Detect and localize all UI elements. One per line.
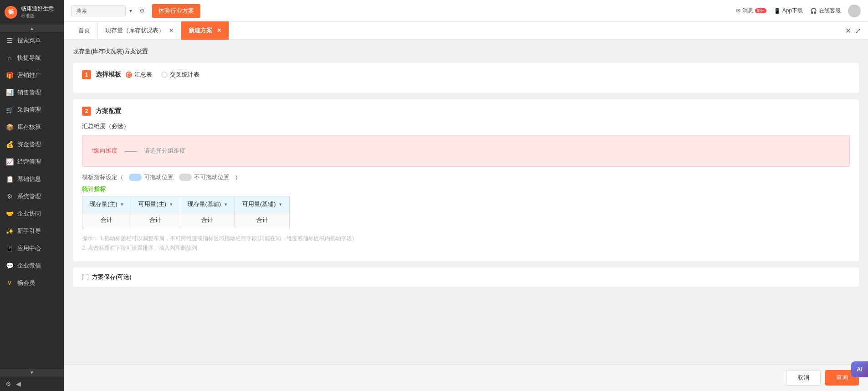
tab-home[interactable]: 首页 xyxy=(71,21,98,40)
stats-col-header-3[interactable]: 可用量(基辅) ▾ xyxy=(235,196,289,212)
online-service-button[interactable]: 🎧 在线客服 xyxy=(810,7,841,15)
radio-summary-table[interactable]: 汇总表 xyxy=(126,71,152,79)
dimension-area[interactable]: *纵向维度 —— 请选择分组维度 xyxy=(82,135,850,167)
radio-cross-table[interactable]: 交叉统计表 xyxy=(161,71,199,79)
topbar-left: ▾ ⚙ 体验行业方案 xyxy=(71,4,731,18)
save-checkbox[interactable] xyxy=(82,274,88,280)
section1-title: 选择模板 xyxy=(96,71,121,79)
tab-inventory-status[interactable]: 现存量（库存状况表） ✕ xyxy=(98,21,181,40)
topbar-dropdown-button[interactable]: ▾ xyxy=(129,8,132,14)
sidebar-scroll-up[interactable]: ▲ xyxy=(0,25,64,32)
headset-icon: 🎧 xyxy=(810,8,817,14)
stats-label: 统计指标 xyxy=(82,185,850,193)
section2-header: 2 方案配置 xyxy=(82,107,850,116)
tab-new-scheme-label: 新建方案 xyxy=(189,26,212,35)
non-draggable-box xyxy=(179,174,192,181)
bottom-bar: 取消 查询 xyxy=(64,364,868,391)
tab-home-label: 首页 xyxy=(78,26,90,35)
tabs-right-controls: ✕ ⤢ xyxy=(845,26,861,35)
tab-inventory-status-close[interactable]: ✕ xyxy=(169,27,174,34)
content-area: 现存量(库存状况表)方案设置 1 选择模板 汇总表 交叉统计表 xyxy=(64,40,868,364)
sidebar-item-cooperation[interactable]: 🤝 企业协同 xyxy=(0,205,64,222)
sidebar-item-quick-nav[interactable]: ⌂ 快捷导航 xyxy=(0,49,64,67)
sidebar-item-label: 企业微信 xyxy=(17,262,41,270)
stats-cell-1: 合计 xyxy=(131,212,180,228)
user-avatar[interactable] xyxy=(848,5,861,17)
col-dropdown-3[interactable]: ▾ xyxy=(279,201,282,207)
indicator-draggable: 可拖动位置 xyxy=(129,173,174,181)
draggable-box xyxy=(129,174,142,181)
topbar-right: ✉ 消息 99+ 📱 App下载 🎧 在线客服 xyxy=(736,5,861,17)
sidebar-item-inventory[interactable]: 📦 库存核算 xyxy=(0,118,64,136)
finance-icon: 💰 xyxy=(5,140,14,149)
radio-summary-dot xyxy=(126,72,132,78)
tab-new-scheme[interactable]: 新建方案 ✕ xyxy=(181,21,229,40)
sidebar-item-marketing[interactable]: 🎁 营销推广 xyxy=(0,67,64,84)
settings-footer-icon[interactable]: ⚙ xyxy=(5,380,11,387)
tips-area: 提示： 1.拖动标题栏可以调整布局，不可跨维度或指标区域拖动栏目字段(只能在同一… xyxy=(82,235,850,252)
new-guide-icon: ✨ xyxy=(5,227,14,235)
section1-num: 1 xyxy=(82,70,91,79)
col-name-3: 可用量(基辅) xyxy=(242,201,276,207)
sidebar-item-label: 企业协同 xyxy=(17,210,41,218)
dimension-placeholder: 请选择分组维度 xyxy=(144,147,185,155)
marketing-icon: 🎁 xyxy=(5,71,14,79)
template-indicator: 模板指标设定（ 可拖动位置 不可拖动位置 ） xyxy=(82,173,850,181)
cancel-button[interactable]: 取消 xyxy=(786,370,821,386)
sidebar-item-app-center[interactable]: 📱 应用中心 xyxy=(0,240,64,257)
ai-float-button[interactable]: Ai xyxy=(851,361,868,377)
sidebar-scroll-down[interactable]: ▼ xyxy=(0,369,64,376)
col-dropdown-0[interactable]: ▾ xyxy=(121,201,123,207)
app-logo-text: 畅康通好生意 标准版 xyxy=(21,5,54,19)
radio-cross-label: 交叉统计表 xyxy=(170,71,199,79)
sidebar-item-search-menu[interactable]: ☰ 搜索菜单 xyxy=(0,32,64,49)
sidebar-logo: 畅 畅康通好生意 标准版 xyxy=(0,0,64,25)
app-download-button[interactable]: 📱 App下载 xyxy=(774,7,803,15)
app-download-icon: 📱 xyxy=(774,8,781,14)
basic-info-icon: 📋 xyxy=(5,175,14,183)
sidebar-item-member[interactable]: V 畅会员 xyxy=(0,274,64,292)
quick-nav-icon: ⌂ xyxy=(5,54,14,62)
sidebar-item-label: 系统管理 xyxy=(17,192,41,201)
sidebar-item-label: 基础信息 xyxy=(17,175,41,183)
stats-table-data-row: 合计 合计 合计 合计 xyxy=(82,212,290,228)
message-button[interactable]: ✉ 消息 99+ xyxy=(736,7,766,15)
dimension-field-label: 汇总维度（必选） xyxy=(82,122,850,130)
trial-industry-button[interactable]: 体验行业方案 xyxy=(152,4,200,18)
tabs-bar: 首页 现存量（库存状况表） ✕ 新建方案 ✕ ✕ ⤢ xyxy=(64,22,868,40)
sidebar-item-basic-info[interactable]: 📋 基础信息 xyxy=(0,170,64,188)
topbar-search-input[interactable] xyxy=(71,5,126,16)
sidebar-item-sales[interactable]: 📊 销售管理 xyxy=(0,84,64,101)
tab-new-scheme-close[interactable]: ✕ xyxy=(217,27,221,34)
sidebar-item-wechat[interactable]: 💬 企业微信 xyxy=(0,257,64,274)
sidebar-item-system[interactable]: ⚙ 系统管理 xyxy=(0,188,64,205)
stats-col-header-2[interactable]: 现存量(基辅) ▾ xyxy=(180,196,235,212)
sidebar-item-label: 快捷导航 xyxy=(17,54,41,62)
stats-col-header-1[interactable]: 可用量(主) ▾ xyxy=(131,196,180,212)
sidebar-item-label: 应用中心 xyxy=(17,244,41,252)
sidebar-item-operations[interactable]: 📈 经营管理 xyxy=(0,153,64,170)
dimension-separator: —— xyxy=(125,148,137,154)
tip-1: 提示： 1.拖动标题栏可以调整布局，不可跨维度或指标区域拖动栏目字段(只能在同一… xyxy=(82,235,850,242)
cooperation-icon: 🤝 xyxy=(5,210,14,218)
stats-col-header-0[interactable]: 现存量(主) ▾ xyxy=(82,196,131,212)
topbar-settings-button[interactable]: ⚙ xyxy=(136,5,148,17)
sidebar-item-finance[interactable]: 💰 资金管理 xyxy=(0,136,64,153)
tab-expand-button[interactable]: ⤢ xyxy=(855,26,861,35)
member-icon: V xyxy=(5,279,14,287)
col-dropdown-2[interactable]: ▾ xyxy=(225,201,227,207)
sidebar-item-purchase[interactable]: 🛒 采购管理 xyxy=(0,101,64,118)
app-logo-icon: 畅 xyxy=(5,6,17,19)
dimension-required-label: *纵向维度 xyxy=(92,147,117,155)
sidebar-item-label: 资金管理 xyxy=(17,140,41,149)
sidebar-item-new-guide[interactable]: ✨ 新手引导 xyxy=(0,222,64,240)
purchase-icon: 🛒 xyxy=(5,106,14,114)
operations-icon: 📈 xyxy=(5,158,14,166)
col-name-1: 可用量(主) xyxy=(138,201,166,207)
radio-cross-dot xyxy=(161,72,168,78)
col-name-0: 现存量(主) xyxy=(90,201,117,207)
tab-close-button[interactable]: ✕ xyxy=(845,26,851,35)
stats-cell-2: 合计 xyxy=(180,212,235,228)
col-dropdown-1[interactable]: ▾ xyxy=(170,201,173,207)
collapse-icon[interactable]: ◀ xyxy=(16,380,21,387)
